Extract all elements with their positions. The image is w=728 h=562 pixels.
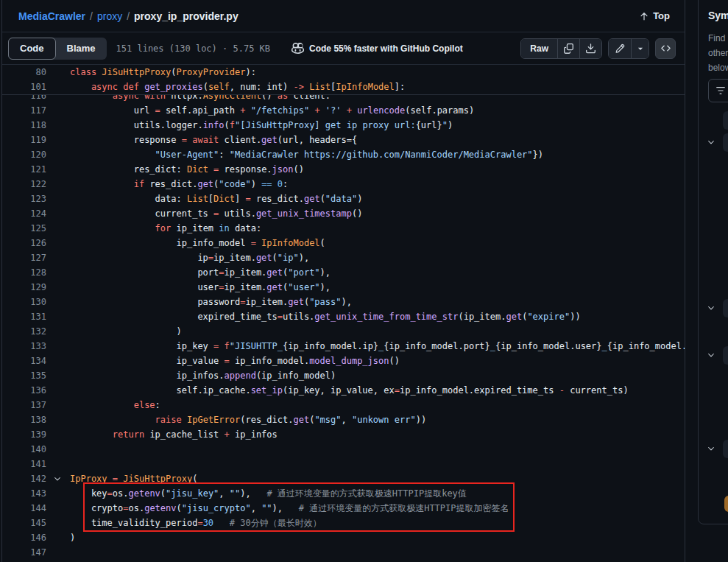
line-number[interactable]: 118 [2,118,46,133]
code-text: if res_dict.get("code") == 0: [70,177,288,192]
code-line: 128 port=ip_item.get("port"), [2,265,685,280]
code-line: 117 url = self.api_path + "/fetchips" + … [2,103,685,118]
breadcrumb-dir-link[interactable]: proxy [97,10,122,22]
line-number[interactable]: 116 [2,95,46,103]
code-blame-switch: Code Blame [8,38,107,60]
line-number[interactable]: 126 [2,236,46,250]
gutter [46,545,70,560]
line-number[interactable]: 141 [2,457,46,471]
line-number[interactable]: 123 [2,192,46,206]
gutter [46,147,70,162]
symbol-item-highlighted[interactable] [724,496,728,512]
line-number[interactable]: 146 [2,530,46,545]
code-text: user=ip_item.get("user"), [70,280,331,295]
chevron-down-icon[interactable] [707,444,715,453]
line-number[interactable]: 128 [2,265,46,280]
line-number[interactable]: 143 [2,486,46,501]
line-number[interactable]: 135 [2,368,46,383]
code-line: 101 async def get_proxies(self, num: int… [2,80,685,94]
line-number[interactable]: 120 [2,147,46,162]
code-text: ip_value = ip_info_model.model_dump_json… [70,354,400,368]
code-text: crypto=os.getenv("jisu_crypto", ""), # 通… [70,501,509,516]
gutter [46,295,70,309]
breadcrumb: MediaCrawler / proxy / proxy_ip_provider… [2,0,685,32]
line-number[interactable]: 139 [2,427,46,442]
gutter [46,118,70,133]
chevron-down-icon[interactable] [707,138,715,147]
gutter [46,368,70,383]
line-number[interactable]: 147 [2,545,46,560]
tab-blame[interactable]: Blame [56,38,107,60]
download-button[interactable] [579,39,601,58]
line-number[interactable]: 129 [2,280,46,295]
gutter [46,192,70,206]
chevron-down-icon[interactable] [707,351,715,359]
line-number[interactable]: 80 [2,65,46,80]
copy-button[interactable] [557,39,579,58]
line-number[interactable]: 119 [2,133,46,147]
gutter [46,324,70,339]
code-line: 127 ip=ip_item.get("ip"), [2,250,685,265]
line-number[interactable]: 131 [2,309,46,324]
gutter [46,309,70,324]
gutter [46,383,70,398]
symbol-item[interactable] [723,111,728,130]
line-number[interactable]: 125 [2,221,46,236]
file-stats: 151 lines (130 loc) · 5.75 KB [116,43,271,54]
line-number[interactable]: 138 [2,412,46,427]
symbols-panel-description: Findotherbelow [708,31,728,75]
line-number[interactable]: 121 [2,162,46,177]
line-number[interactable]: 144 [2,501,46,516]
breadcrumb-repo-link[interactable]: MediaCrawler [18,10,85,22]
line-number[interactable]: 140 [2,442,46,457]
code-text: password=ip_item.get("pass"), [70,295,352,309]
gutter [46,339,70,354]
symbols-toggle-button[interactable] [655,38,676,59]
symbol-item[interactable] [723,133,728,152]
symbols-filter-input[interactable] [708,79,728,102]
line-number[interactable]: 132 [2,324,46,339]
line-number[interactable]: 136 [2,383,46,398]
file-container: MediaCrawler / proxy / proxy_ip_provider… [1,0,685,562]
breadcrumb-separator: / [127,10,130,22]
tab-code[interactable]: Code [8,38,56,60]
copilot-banner[interactable]: Code 55% faster with GitHub Copilot [291,42,463,55]
line-number[interactable]: 127 [2,250,46,265]
code-text: key=os.getenv("jisu_key", ""), # 通过环境变量的… [70,486,467,501]
symbol-item[interactable] [723,440,728,458]
copy-icon [563,43,574,54]
code-text: class JiSuHttpProxy(ProxyProvider): [70,65,256,80]
sticky-lines: 80class JiSuHttpProxy(ProxyProvider):101… [2,65,685,95]
line-number[interactable]: 124 [2,206,46,221]
scroll-to-top-button[interactable]: Top [639,10,670,21]
code-icon [660,43,671,54]
line-number[interactable]: 142 [2,471,46,486]
raw-button[interactable]: Raw [521,39,557,58]
gutter [46,206,70,221]
line-number[interactable]: 134 [2,354,46,368]
code-line: 139 return ip_cache_list + ip_infos [2,427,685,442]
collapse-chevron-icon[interactable] [53,474,62,483]
line-number[interactable]: 101 [2,80,46,94]
code-line: 126 ip_info_model = IpInfoModel( [2,236,685,250]
gutter [46,516,70,530]
code-line: 134 ip_value = ip_info_model.model_dump_… [2,354,685,368]
code-line: 125 for ip_item in data: [2,221,685,236]
gutter [46,412,70,427]
edit-button[interactable] [609,39,631,58]
code-line: 129 user=ip_item.get("user"), [2,280,685,295]
line-number[interactable]: 130 [2,295,46,309]
code-line: 80class JiSuHttpProxy(ProxyProvider): [2,65,685,80]
line-number[interactable]: 137 [2,398,46,412]
clipped-line: 116 async with httpx.AsyncClient() as cl… [2,95,685,103]
funnel-icon [715,85,726,96]
symbol-item[interactable] [723,299,728,317]
line-number[interactable]: 133 [2,339,46,354]
code-line: 138 raise IpGetError(res_dict.get("msg",… [2,412,685,427]
chevron-down-icon[interactable] [707,303,715,312]
line-number[interactable]: 122 [2,177,46,192]
edit-dropdown-button[interactable] [631,39,649,58]
line-number[interactable]: 117 [2,103,46,118]
line-number[interactable]: 145 [2,516,46,530]
symbol-item[interactable] [723,346,728,365]
